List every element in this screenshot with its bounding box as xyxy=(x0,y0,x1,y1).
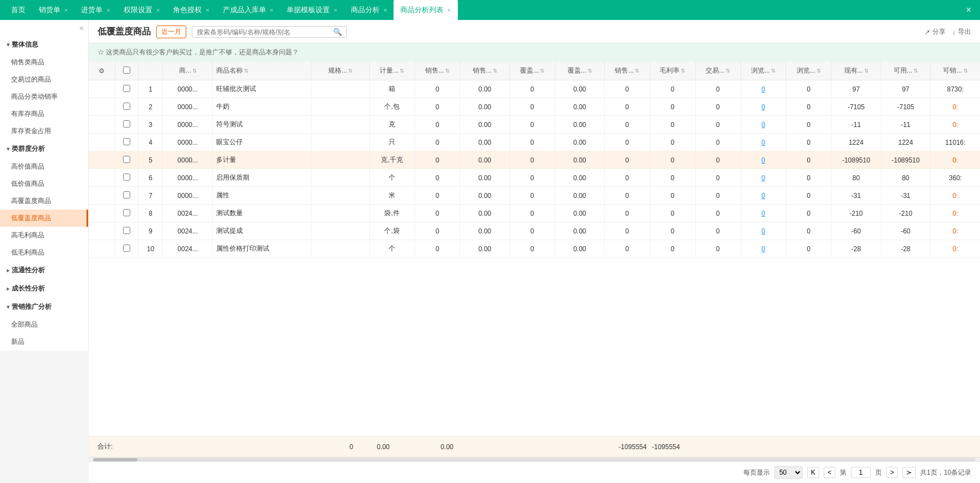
sales1-col-header[interactable]: 销售...⇅ xyxy=(415,62,460,80)
b1-cell[interactable]: 0 xyxy=(741,151,786,169)
browse1-col-header[interactable]: 浏览...⇅ xyxy=(741,62,786,80)
margin-col-header[interactable]: 毛利率⇅ xyxy=(650,62,695,80)
prev-page-button[interactable]: < xyxy=(824,467,835,478)
checkbox-cell[interactable] xyxy=(115,169,139,187)
stock2-col-header[interactable]: 可用...⇅ xyxy=(881,62,930,80)
b1-cell[interactable]: 0 xyxy=(741,116,786,134)
sidebar-section-flow[interactable]: ▸ 流通性分析 xyxy=(0,261,88,279)
sidebar-section-overall[interactable]: ▾ 整体信息 xyxy=(0,35,88,54)
b1-cell[interactable]: 0 xyxy=(741,187,786,205)
sidebar-section-group[interactable]: ▾ 类群度分析 xyxy=(0,140,88,158)
cover1-col-header[interactable]: 覆盖...⇅ xyxy=(509,62,555,80)
sidebar-item-sales-goods[interactable]: 销售类商品 xyxy=(0,54,88,71)
row-checkbox[interactable] xyxy=(123,227,130,234)
close-icon[interactable]: × xyxy=(106,0,110,20)
row-checkbox[interactable] xyxy=(123,103,130,110)
page-size-select[interactable]: 50 20 100 xyxy=(774,466,803,479)
sidebar-item-high-margin[interactable]: 高毛利商品 xyxy=(0,227,88,244)
sales3-col-header[interactable]: 销售...⇅ xyxy=(604,62,650,80)
row-checkbox[interactable] xyxy=(123,209,130,216)
sidebar-item-traded-goods[interactable]: 交易过的商品 xyxy=(0,71,88,88)
sidebar-item-high-value[interactable]: 高价值商品 xyxy=(0,158,88,175)
b1-cell[interactable]: 0 xyxy=(741,98,786,116)
sidebar-item-new-goods[interactable]: 新品 xyxy=(0,333,88,350)
spec-col-header[interactable]: 规格...⇅ xyxy=(312,62,369,80)
checkbox-cell[interactable] xyxy=(115,134,139,151)
horizontal-scrollbar[interactable] xyxy=(89,457,980,461)
name-col-header[interactable]: 商品名称⇅ xyxy=(212,62,312,80)
nav-item-template[interactable]: 单据模板设置 × xyxy=(280,0,344,20)
nav-item-permission[interactable]: 权限设置 × xyxy=(117,0,166,20)
row-checkbox[interactable] xyxy=(123,156,130,163)
nav-item-purchase[interactable]: 进货单 × xyxy=(74,0,116,20)
sidebar-item-low-margin[interactable]: 低毛利商品 xyxy=(0,244,88,261)
cover2-col-header[interactable]: 覆盖...⇅ xyxy=(555,62,604,80)
unit-col-header[interactable]: 计量...⇅ xyxy=(369,62,415,80)
share-button[interactable]: ↗ 分享 xyxy=(925,27,946,37)
sidebar-item-low-coverage[interactable]: 低覆盖度商品 xyxy=(0,210,88,227)
sellable-col-header[interactable]: 可销...⇅ xyxy=(931,62,981,80)
checkbox-cell[interactable] xyxy=(115,222,139,240)
close-icon[interactable]: × xyxy=(270,0,273,20)
next-page-button[interactable]: > xyxy=(886,467,898,478)
row-checkbox[interactable] xyxy=(123,174,130,181)
b1-cell[interactable]: 0 xyxy=(741,240,786,258)
trans-col-header[interactable]: 交易...⇅ xyxy=(695,62,741,80)
b1-cell[interactable]: 0 xyxy=(741,169,786,187)
checkbox-cell[interactable] xyxy=(115,151,139,169)
sidebar-item-high-coverage[interactable]: 高覆盖度商品 xyxy=(0,192,88,210)
nav-item-goods-analysis-list[interactable]: 商品分析列表 × xyxy=(394,0,457,20)
sidebar-item-all-goods[interactable]: 全部商品 xyxy=(0,316,88,333)
checkbox-cell[interactable] xyxy=(115,80,139,98)
code-cell: 0000... xyxy=(163,98,212,116)
sidebar-item-category-rate[interactable]: 商品分类动销率 xyxy=(0,88,88,105)
close-icon[interactable]: × xyxy=(334,0,337,20)
sidebar-section-growth[interactable]: ▸ 成长性分析 xyxy=(0,279,88,298)
stock1-col-header[interactable]: 现有...⇅ xyxy=(831,62,881,80)
num-cell: 5 xyxy=(138,151,163,169)
sidebar-item-capital[interactable]: 库存资金占用 xyxy=(0,123,88,140)
page-number-input[interactable] xyxy=(851,467,871,478)
close-icon[interactable]: × xyxy=(64,0,68,20)
nav-item-home[interactable]: 首页 xyxy=(4,0,32,20)
search-input[interactable] xyxy=(197,28,331,36)
close-icon[interactable]: × xyxy=(156,0,160,20)
browse2-col-header[interactable]: 浏览...⇅ xyxy=(786,62,831,80)
sidebar-collapse-button[interactable]: « xyxy=(79,23,84,32)
code-cell: 0024... xyxy=(163,240,212,258)
close-icon[interactable]: × xyxy=(206,0,209,20)
nav-item-goods-analysis[interactable]: 商品分析 × xyxy=(344,0,394,20)
checkbox-cell[interactable] xyxy=(115,205,139,222)
checkbox-cell[interactable] xyxy=(115,240,139,258)
window-close-button[interactable]: × xyxy=(962,5,976,15)
checkbox-cell[interactable] xyxy=(115,98,139,116)
row-checkbox[interactable] xyxy=(123,191,130,199)
checkbox-cell[interactable] xyxy=(115,116,139,134)
row-checkbox[interactable] xyxy=(123,138,130,145)
first-page-button[interactable]: K xyxy=(807,467,819,478)
sales2-col-header[interactable]: 销售...⇅ xyxy=(460,62,509,80)
b1-cell[interactable]: 0 xyxy=(741,205,786,222)
row-checkbox[interactable] xyxy=(123,245,130,252)
nav-item-role[interactable]: 角色授权 × xyxy=(166,0,216,20)
sidebar-section-marketing[interactable]: ▾ 营销推广分析 xyxy=(0,298,88,316)
code-col-header[interactable]: 商...⇅ xyxy=(163,62,212,80)
sidebar-item-low-value[interactable]: 低价值商品 xyxy=(0,175,88,192)
b1-cell[interactable]: 0 xyxy=(741,80,786,98)
date-filter-button[interactable]: 近一月 xyxy=(156,26,186,38)
last-page-button[interactable]: ≻ xyxy=(902,467,916,478)
nav-item-sales[interactable]: 销货单 × xyxy=(32,0,74,20)
spec-cell xyxy=(312,240,369,258)
nav-item-product-in[interactable]: 产成品入库单 × xyxy=(216,0,280,20)
select-all-checkbox[interactable] xyxy=(123,67,130,74)
close-icon[interactable]: × xyxy=(384,0,387,20)
b1-cell[interactable]: 0 xyxy=(741,222,786,240)
checkbox-cell[interactable] xyxy=(115,187,139,205)
row-checkbox[interactable] xyxy=(123,85,130,92)
b1-cell[interactable]: 0 xyxy=(741,134,786,151)
sidebar-item-in-stock[interactable]: 有库存商品 xyxy=(0,105,88,123)
export-button[interactable]: ↓ 导出 xyxy=(952,27,971,37)
row-checkbox[interactable] xyxy=(123,120,130,128)
settings-col-header[interactable]: ⚙ xyxy=(89,62,115,80)
close-icon[interactable]: × xyxy=(447,0,451,20)
